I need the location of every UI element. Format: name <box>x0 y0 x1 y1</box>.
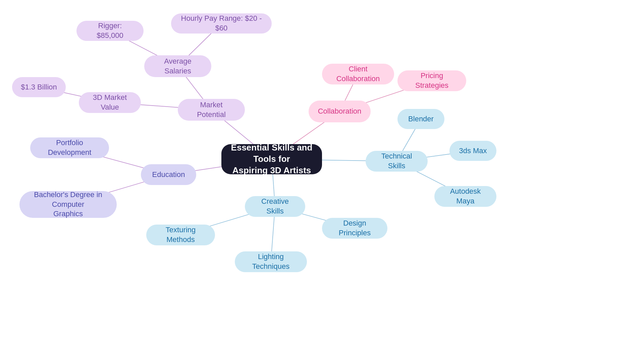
node-collaboration: Collaboration <box>309 101 371 122</box>
node-hourlyPay: Hourly Pay Range: $20 - $60 <box>171 13 272 34</box>
node-label-clientCollaboration: Client Collaboration <box>330 64 386 83</box>
node-label-marketPotential: Market Potential <box>186 100 237 119</box>
node-averageSalaries: Average Salaries <box>144 55 211 77</box>
node-autodeskMaya: Autodesk Maya <box>434 186 496 207</box>
node-label-creativeSkills: Creative Skills <box>253 197 297 216</box>
node-label-rigger: Rigger: $85,000 <box>85 21 136 40</box>
node-label-autodeskMaya: Autodesk Maya <box>442 187 488 206</box>
node-label-portfolioDev: Portfolio Development <box>38 138 101 157</box>
node-lightingTechniques: Lighting Techniques <box>235 251 307 272</box>
node-label-averageSalaries: Average Salaries <box>152 57 203 76</box>
node-billion13: $1.3 Billion <box>12 77 66 97</box>
node-label-bachelors: Bachelor's Degree in ComputerGraphics <box>28 190 109 219</box>
node-label-technicalSkills: Technical Skills <box>374 152 420 171</box>
node-creativeSkills: Creative Skills <box>245 196 305 217</box>
node-label-hourlyPay: Hourly Pay Range: $20 - $60 <box>179 14 264 33</box>
node-marketValue3D: 3D Market Value <box>79 92 141 113</box>
node-pricingStrategies: Pricing Strategies <box>397 70 466 91</box>
node-label-lightingTechniques: Lighting Techniques <box>243 252 299 271</box>
node-portfolioDev: Portfolio Development <box>30 137 109 158</box>
node-label-collaboration: Collaboration <box>318 107 362 116</box>
node-bachelors: Bachelor's Degree in ComputerGraphics <box>19 191 117 218</box>
node-label-marketValue3D: 3D Market Value <box>87 93 133 112</box>
node-designPrinciples: Design Principles <box>322 218 387 239</box>
node-label-threedsMax: 3ds Max <box>459 146 487 156</box>
node-label-designPrinciples: Design Principles <box>330 219 379 238</box>
node-clientCollaboration: Client Collaboration <box>322 64 394 84</box>
node-rigger: Rigger: $85,000 <box>76 21 144 41</box>
node-threedsMax: 3ds Max <box>449 141 496 161</box>
node-blender: Blender <box>397 109 444 129</box>
node-label-billion13: $1.3 Billion <box>21 82 57 92</box>
node-label-center: Essential Skills and Tools forAspiring 3… <box>229 142 314 176</box>
node-texturingMethods: Texturing Methods <box>146 225 215 245</box>
node-technicalSkills: Technical Skills <box>366 151 428 172</box>
node-marketPotential: Market Potential <box>178 99 245 121</box>
node-label-education: Education <box>152 170 185 180</box>
node-center: Essential Skills and Tools forAspiring 3… <box>221 144 322 174</box>
node-label-pricingStrategies: Pricing Strategies <box>406 71 458 90</box>
node-education: Education <box>141 164 196 185</box>
node-label-blender: Blender <box>408 114 434 124</box>
node-label-texturingMethods: Texturing Methods <box>154 225 207 244</box>
